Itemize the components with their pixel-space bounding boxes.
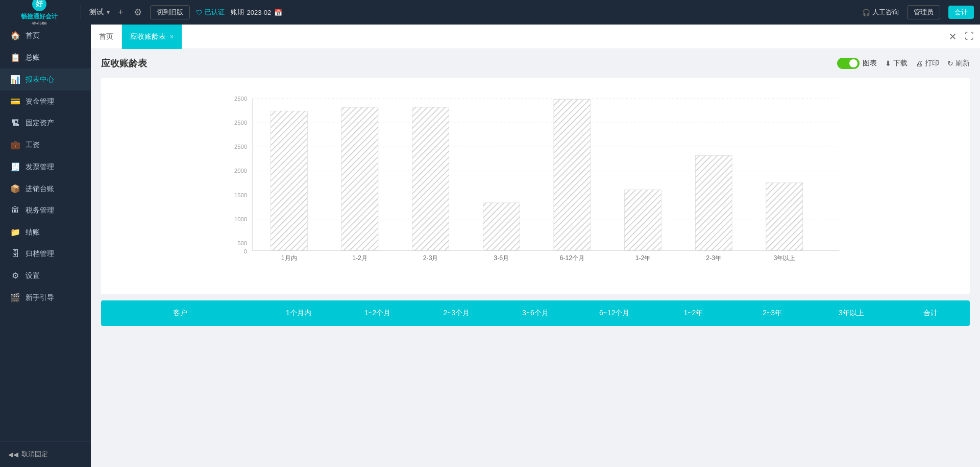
tab-close-icon[interactable]: × bbox=[170, 33, 174, 40]
assets-icon: 🏗 bbox=[10, 119, 20, 128]
download-label: 下载 bbox=[893, 59, 908, 68]
pin-icon: ◀◀ bbox=[8, 451, 18, 458]
archive-icon: 🗄 bbox=[10, 249, 20, 259]
sidebar-label-salary: 工资 bbox=[26, 141, 40, 150]
th-total: 合计 bbox=[891, 300, 970, 326]
sidebar-item-reports[interactable]: 📊 报表中心 bbox=[0, 68, 91, 90]
sidebar-label-invoice: 发票管理 bbox=[26, 162, 54, 172]
switch-version-button[interactable]: 切到旧版 bbox=[150, 5, 190, 19]
add-button[interactable]: + bbox=[116, 5, 126, 20]
headset-icon: 🎧 bbox=[862, 9, 870, 16]
invoice-icon: 🧾 bbox=[10, 162, 20, 172]
page-actions: 图表 ⬇ 下载 🖨 打印 ↻ 刷新 bbox=[837, 58, 970, 69]
refresh-button[interactable]: ↻ 刷新 bbox=[947, 59, 970, 68]
svg-text:1-2年: 1-2年 bbox=[635, 254, 651, 262]
sidebar-item-close[interactable]: 📁 结账 bbox=[0, 221, 91, 243]
sidebar-item-guide[interactable]: 🎬 新手引导 bbox=[0, 287, 91, 309]
guide-icon: 🎬 bbox=[10, 293, 20, 302]
sidebar-item-sales[interactable]: 📦 进销台账 bbox=[0, 178, 91, 200]
svg-text:1-2月: 1-2月 bbox=[352, 254, 368, 262]
th-1-2year: 1~2年 bbox=[654, 300, 733, 326]
th-customer: 客户 bbox=[101, 300, 259, 326]
th-3year-plus: 3年以上 bbox=[812, 300, 891, 326]
svg-text:2500: 2500 bbox=[234, 144, 247, 150]
verified-label: 已认证 bbox=[205, 8, 225, 17]
sidebar-item-assets[interactable]: 🏗 固定资产 bbox=[0, 112, 91, 134]
home-icon: 🏠 bbox=[10, 31, 20, 40]
bar-1-2月 bbox=[341, 107, 378, 250]
bar-2-3年 bbox=[695, 155, 732, 250]
tab-home-label: 首页 bbox=[99, 32, 113, 41]
svg-text:3-6月: 3-6月 bbox=[494, 254, 509, 262]
refresh-label: 刷新 bbox=[955, 59, 970, 68]
print-button[interactable]: 🖨 打印 bbox=[916, 59, 939, 68]
tab-expand-button[interactable]: ⛶ bbox=[963, 29, 976, 44]
sales-icon: 📦 bbox=[10, 184, 20, 194]
tab-close-window-button[interactable]: ✕ bbox=[947, 29, 959, 44]
period-value: 2023-02 bbox=[247, 9, 272, 16]
consult-button[interactable]: 🎧 人工咨询 bbox=[862, 8, 899, 17]
topbar: 好 畅捷通好会计 专业版 测试 ▾ + ⚙ 切到旧版 🛡 已认证 账期 2023… bbox=[0, 0, 980, 25]
download-button[interactable]: ⬇ 下载 bbox=[885, 59, 908, 68]
svg-text:2500: 2500 bbox=[234, 96, 247, 102]
table-header: 客户 1个月内 1~2个月 2~3个月 3~6个月 6~12个月 1~2年 2~… bbox=[101, 300, 970, 326]
download-icon: ⬇ bbox=[885, 59, 891, 67]
bar-chart: 2500 2500 2500 2000 1500 1000 500 0 bbox=[111, 88, 960, 282]
cancel-fixed-button[interactable]: ◀◀ 取消固定 bbox=[0, 446, 91, 463]
sidebar: 🏠 首页 📋 总账 📊 报表中心 💳 资金管理 🏗 固定资产 💼 工资 bbox=[0, 25, 91, 467]
th-2-3month: 2~3个月 bbox=[417, 300, 496, 326]
sidebar-scroll: 🏠 首页 📋 总账 📊 报表中心 💳 资金管理 🏗 固定资产 💼 工资 bbox=[0, 25, 91, 441]
sidebar-item-invoice[interactable]: 🧾 发票管理 bbox=[0, 156, 91, 178]
bar-1月内 bbox=[271, 111, 307, 250]
sidebar-label-reports: 报表中心 bbox=[26, 75, 54, 84]
logo-icon: 好 bbox=[32, 0, 46, 11]
bar-2-3月 bbox=[412, 107, 449, 250]
tab-bar-right: ✕ ⛶ bbox=[947, 29, 980, 44]
bar-6-12个月 bbox=[554, 100, 591, 251]
th-1month: 1个月内 bbox=[259, 300, 338, 326]
salary-icon: 💼 bbox=[10, 140, 20, 150]
refresh-icon: ↻ bbox=[947, 59, 953, 67]
svg-text:1000: 1000 bbox=[234, 216, 247, 222]
settings-sidebar-icon: ⚙ bbox=[10, 271, 20, 281]
print-icon: 🖨 bbox=[916, 59, 923, 67]
tab-receivable-aging[interactable]: 应收账龄表 × bbox=[122, 25, 182, 49]
sidebar-label-archive: 归档管理 bbox=[26, 249, 54, 259]
sidebar-item-home[interactable]: 🏠 首页 bbox=[0, 25, 91, 46]
calendar-icon[interactable]: 📅 bbox=[274, 9, 282, 16]
settings-button[interactable]: ⚙ bbox=[132, 5, 144, 20]
svg-text:1500: 1500 bbox=[234, 192, 247, 198]
tab-bar: 首页 应收账龄表 × ✕ ⛶ bbox=[91, 25, 980, 49]
content-area: 首页 应收账龄表 × ✕ ⛶ 应收账龄表 bbox=[91, 25, 980, 467]
ledger-icon: 📋 bbox=[10, 53, 20, 62]
sidebar-item-settings[interactable]: ⚙ 设置 bbox=[0, 265, 91, 287]
table-section: 客户 1个月内 1~2个月 2~3个月 3~6个月 6~12个月 1~2年 2~… bbox=[101, 300, 970, 326]
chart-toggle-area[interactable]: 图表 bbox=[837, 58, 877, 69]
sidebar-bottom: ◀◀ 取消固定 bbox=[0, 441, 91, 467]
sidebar-label-sales: 进销台账 bbox=[26, 184, 54, 194]
user-button[interactable]: 管理员 bbox=[907, 5, 940, 19]
sidebar-item-tax[interactable]: 🏛 税务管理 bbox=[0, 200, 91, 221]
th-6-12month: 6~12个月 bbox=[575, 300, 654, 326]
sidebar-item-salary[interactable]: 💼 工资 bbox=[0, 134, 91, 156]
sidebar-item-archive[interactable]: 🗄 归档管理 bbox=[0, 243, 91, 265]
role-button[interactable]: 会计 bbox=[948, 6, 974, 19]
topbar-right: 🎧 人工咨询 管理员 会计 bbox=[862, 5, 974, 19]
sidebar-item-ledger[interactable]: 📋 总账 bbox=[0, 46, 91, 68]
toggle-label: 图表 bbox=[863, 59, 877, 68]
verified-badge: 🛡 已认证 bbox=[196, 8, 225, 17]
bar-3-6月 bbox=[483, 203, 520, 250]
logo-area: 好 畅捷通好会计 专业版 bbox=[6, 0, 72, 28]
sidebar-label-assets: 固定资产 bbox=[26, 119, 54, 128]
shield-icon: 🛡 bbox=[196, 9, 203, 16]
tab-home[interactable]: 首页 bbox=[91, 25, 122, 49]
chart-toggle[interactable] bbox=[837, 58, 860, 69]
sidebar-item-funds[interactable]: 💳 资金管理 bbox=[0, 90, 91, 112]
sidebar-label-guide: 新手引导 bbox=[26, 293, 54, 302]
svg-text:2500: 2500 bbox=[234, 120, 247, 126]
bar-1-2年 bbox=[625, 190, 662, 250]
company-selector[interactable]: 测试 ▾ bbox=[89, 8, 110, 17]
svg-text:1月内: 1月内 bbox=[281, 254, 297, 262]
funds-icon: 💳 bbox=[10, 97, 20, 106]
page-header: 应收账龄表 图表 ⬇ 下载 🖨 打印 bbox=[101, 57, 970, 69]
